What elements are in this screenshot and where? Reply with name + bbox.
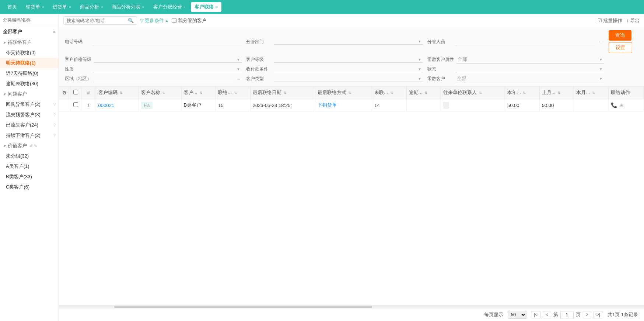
column-last-month[interactable]: 上月... ⇅ [539, 86, 574, 99]
last-page-button[interactable]: >| [594, 311, 603, 318]
retail-customer-select[interactable]: 全部 ▼ [455, 75, 604, 83]
settings-button[interactable]: 设置 [609, 42, 632, 53]
column-customer-code[interactable]: 客户编码 ⇅ [96, 86, 139, 99]
sidebar-item-tomorrow-pending[interactable]: 明天待联络(1) [0, 58, 59, 68]
customer-type-select[interactable]: ▼ [274, 76, 423, 82]
export-button[interactable]: ↑ 导出 [627, 17, 640, 24]
next-page-button[interactable]: > [583, 311, 591, 318]
sort-icon[interactable]: ⇅ [199, 91, 202, 95]
sidebar-item-today-pending[interactable]: 今天待联络(0) [0, 48, 59, 58]
sort-icon[interactable]: ⇅ [592, 91, 595, 95]
column-overdue[interactable]: 逾期... ⇅ [406, 86, 441, 99]
sidebar-item-class-a[interactable]: A类客户(1) [0, 161, 59, 172]
phone-icon[interactable]: 📞 [611, 102, 617, 108]
sidebar-item-class-c[interactable]: C类客户(6) [0, 182, 59, 192]
scrollbar-thumb[interactable] [114, 306, 372, 308]
dept-select[interactable]: ▼ [274, 39, 423, 45]
my-customers-checkbox[interactable] [172, 18, 176, 23]
sidebar-item-declining[interactable]: 持续下滑客户(2) ? [0, 130, 59, 141]
sort-icon[interactable]: ⇅ [557, 91, 560, 95]
collapse-icon[interactable]: « [53, 29, 56, 34]
column-this-month[interactable]: 本月... ⇅ [574, 86, 609, 99]
column-customer-name[interactable]: 客户名称 ⇅ [139, 86, 181, 99]
batch-operation-button[interactable]: ☑ 批量操作 [598, 17, 622, 24]
sort-icon[interactable]: ⇅ [119, 91, 122, 95]
column-this-year[interactable]: 本年... ⇅ [505, 86, 540, 99]
close-icon[interactable]: × [183, 5, 186, 9]
nav-sales-order[interactable]: 销货单 × [22, 2, 48, 12]
page-number-input[interactable] [560, 311, 574, 318]
close-icon[interactable]: × [42, 5, 44, 9]
row-checkbox[interactable] [73, 102, 78, 107]
customer-level-select[interactable]: ▼ [274, 57, 423, 63]
status-select[interactable]: ▼ [455, 66, 604, 72]
sidebar-item-week-pending[interactable]: 近7天待联络(0) [0, 68, 59, 79]
search-bar: 🔍 [63, 16, 137, 25]
nav-customer-contact[interactable]: 客户联络 × [191, 2, 221, 12]
per-page-select[interactable]: 50 100 200 [508, 311, 526, 319]
first-page-button[interactable]: |< [531, 311, 540, 318]
sidebar-item-churned[interactable]: 已流失客户(24) ? [0, 120, 59, 130]
person-input[interactable] [455, 38, 595, 45]
search-icon[interactable]: 🔍 [128, 18, 134, 23]
chevron-down-icon: ▼ [418, 58, 421, 62]
nav-product-analysis[interactable]: 商品分析 × [76, 2, 106, 12]
nav-purchase-order[interactable]: 进货单 × [49, 2, 74, 12]
nav-home[interactable]: 首页 [4, 2, 21, 12]
query-button[interactable]: 查询 [609, 30, 631, 41]
column-customer-type[interactable]: 客户... ⇅ [181, 86, 216, 99]
prev-page-button[interactable]: < [543, 311, 551, 318]
sort-icon[interactable]: ⇅ [283, 91, 286, 95]
nature-select[interactable]: ▼ [93, 66, 242, 72]
nav-customer-tier[interactable]: 客户分层经营 × [150, 2, 189, 12]
close-icon[interactable]: × [142, 5, 144, 9]
sort-icon[interactable]: ⇅ [523, 91, 526, 95]
sort-icon[interactable]: ⇅ [234, 91, 237, 95]
row-customer-code[interactable]: 000021 [96, 99, 139, 111]
value-level-select[interactable]: ▼ [94, 57, 242, 63]
search-input[interactable] [67, 18, 126, 23]
sort-icon[interactable]: ⇅ [479, 91, 482, 95]
payment-select[interactable]: ▼ [274, 66, 423, 72]
filter-retail-attr: 零散客户属性 全部 ▼ [427, 55, 604, 64]
phone-input[interactable] [93, 38, 242, 45]
more-icon[interactable]: ··· [235, 76, 242, 82]
sort-icon[interactable]: ⇅ [424, 91, 427, 95]
sort-icon[interactable]: ⇅ [390, 91, 393, 95]
filter-customer-level: 客户等级 ▼ [246, 56, 423, 63]
close-icon[interactable]: × [101, 5, 103, 9]
sidebar-item-class-b[interactable]: B类客户(33) [0, 172, 59, 182]
column-last-contact-method[interactable]: 最后联络方式 ⇅ [315, 86, 372, 99]
retail-attr-select[interactable]: 全部 ▼ [456, 55, 604, 64]
edit-icon[interactable]: ✎ [34, 144, 37, 148]
sidebar-item-repurchase-abnormal[interactable]: 回购异常客户(2) ? [0, 99, 59, 110]
sort-icon[interactable]: ⇅ [348, 91, 351, 95]
close-icon[interactable]: × [215, 5, 217, 9]
region-input[interactable] [94, 75, 233, 82]
my-customers-checkbox-label[interactable]: 我分管的客户 [172, 17, 207, 24]
column-contact[interactable]: 联络... ⇅ [216, 86, 251, 99]
all-customers-header[interactable]: 全部客户 « [0, 26, 59, 37]
column-settings[interactable]: ⚙ [59, 86, 70, 99]
filter-actions: 查询 设置 [609, 30, 638, 53]
retail-customer-label: 零散客户 [427, 76, 453, 82]
grid-icon[interactable]: ⊞ [619, 102, 624, 108]
sidebar-item-ungrouped[interactable]: 未分组(32) [0, 151, 59, 161]
sidebar-item-overdue-pending[interactable]: 逾期未联络(30) [0, 79, 59, 89]
nav-product-analysis-list[interactable]: 商品分析列表 × [108, 2, 148, 12]
sort-icon[interactable]: ⇅ [162, 91, 165, 95]
more-filter-button[interactable]: ▽ 更多条件 ▲ [140, 17, 169, 24]
sidebar-search-input[interactable] [3, 17, 58, 23]
column-last-contact-date[interactable]: 最后联络日期 ⇅ [250, 86, 315, 99]
sidebar-item-churn-warning[interactable]: 流失预警客户(3) ? [0, 110, 59, 120]
row-customer-name[interactable]: Ea [139, 99, 181, 111]
select-all-checkbox[interactable] [73, 90, 78, 94]
more-icon[interactable]: ··· [598, 39, 604, 44]
filter-row-4: 区域（地区） ··· 客户类型 ▼ 零散客户 全部 ▼ [65, 75, 638, 83]
column-contacts[interactable]: 往来单位联系人 ⇅ [441, 86, 505, 99]
column-not-contact[interactable]: 未联... ⇅ [372, 86, 407, 99]
horizontal-scrollbar[interactable] [59, 305, 644, 308]
close-icon[interactable]: × [69, 5, 71, 9]
refresh-icon[interactable]: ↺ [29, 144, 33, 148]
customer-type-label: 客户类型 [246, 76, 272, 82]
